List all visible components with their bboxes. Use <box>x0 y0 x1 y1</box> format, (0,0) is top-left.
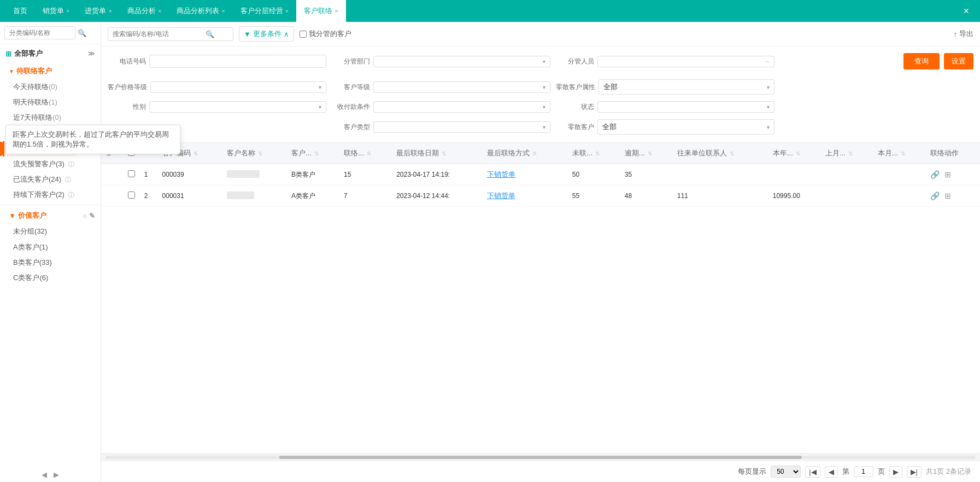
customer-type-select[interactable]: ▾ <box>373 121 550 133</box>
row1-overdue: 35 <box>620 164 673 185</box>
sort-contact-icon[interactable]: ⇅ <box>367 150 371 156</box>
row1-checkbox[interactable] <box>128 170 135 177</box>
sidebar-item-a-class[interactable]: A类客户(1) <box>0 240 101 255</box>
sidebar-item-declining[interactable]: 持续下滑客户(2) ⓘ <box>0 187 101 202</box>
prev-page-button[interactable]: ◀ <box>825 466 838 478</box>
sidebar-item-b-class[interactable]: B类客户(33) <box>0 255 101 270</box>
row2-action: 🔗 ⊞ <box>926 185 980 207</box>
sort-unreached-icon[interactable]: ⇅ <box>595 150 600 156</box>
sidebar-search-input[interactable] <box>4 26 75 39</box>
row2-checkbox[interactable] <box>128 191 135 199</box>
sidebar-prev-btn[interactable]: ◀ <box>38 469 50 480</box>
filter-icon: ▼ <box>244 30 251 38</box>
tab-analysis[interactable]: 商品分析 × <box>120 0 169 22</box>
filter-dept-field: 分管部门 ▾ <box>332 56 550 67</box>
tab-purchase-close[interactable]: × <box>108 8 112 14</box>
sidebar-item-tomorrow[interactable]: 明天待联络(1) <box>0 95 101 110</box>
filter-customer-level-field: 客户等级 ▾ <box>332 82 550 93</box>
first-page-button[interactable]: |◀ <box>805 466 820 478</box>
person-select[interactable]: ··· <box>597 56 774 67</box>
tooltip-box: 距客户上次交易时长，超过了此客户的平均交易周期的1.5倍，则视为异常。 <box>5 125 101 154</box>
horizontal-scrollbar[interactable] <box>101 453 980 461</box>
tab-customer-segment-close[interactable]: × <box>285 8 289 14</box>
payment-select[interactable]: ▾ <box>373 101 550 113</box>
next-page-button[interactable]: ▶ <box>889 466 902 478</box>
value-group-settings-icon[interactable]: ✎ <box>89 212 95 220</box>
sidebar-search-icon[interactable]: 🔍 <box>78 29 86 37</box>
my-customer-checkbox[interactable] <box>300 31 307 38</box>
sort-year-icon[interactable]: ⇅ <box>796 150 800 156</box>
filter-search-input[interactable] <box>113 30 206 38</box>
gender-select[interactable]: ▾ <box>149 101 326 113</box>
sidebar-item-7days[interactable]: 近7天待联络(0) <box>0 110 101 125</box>
settings-button[interactable]: 设置 <box>944 53 973 69</box>
collapse-button[interactable]: ≫ <box>88 50 95 57</box>
tab-analysis-close[interactable]: × <box>158 8 161 14</box>
filter-gender-field: 性别 ▾ <box>108 101 326 113</box>
tab-customer-contact-close[interactable]: × <box>335 8 338 14</box>
value-group-title[interactable]: ▼ 价值客户 ○ ✎ <box>0 207 101 224</box>
export-label: 导出 <box>959 29 973 39</box>
value-group-label: 价值客户 <box>18 211 46 220</box>
page-number-input[interactable] <box>854 466 873 477</box>
chevron-down-icon: ∧ <box>284 30 289 38</box>
sort-code-icon[interactable]: ⇅ <box>193 150 198 156</box>
retail-attr-select[interactable]: 全部 ▾ <box>598 79 774 95</box>
value-group-edit-icon[interactable]: ○ <box>83 212 87 220</box>
tab-customer-contact[interactable]: 客户联络 × <box>296 0 345 22</box>
sidebar-item-c-class[interactable]: C类客户(6) <box>0 270 101 286</box>
filter-search-box: 🔍 <box>108 27 233 41</box>
last-page-button[interactable]: ▶| <box>907 466 922 478</box>
tab-home-label: 首页 <box>13 6 27 16</box>
row1-more-icon[interactable]: ⊞ <box>944 170 951 179</box>
all-customers-title[interactable]: ⊞ 全部客户 ≫ <box>0 44 101 63</box>
row1-method-link[interactable]: 下销货单 <box>487 170 515 178</box>
per-page-select[interactable]: 50 20 100 <box>771 466 801 478</box>
row2-method-link[interactable]: 下销货单 <box>487 191 515 200</box>
price-level-select[interactable]: ▾ <box>150 82 326 93</box>
page-label: 第 <box>842 467 849 477</box>
tab-home[interactable]: 首页 <box>5 0 35 22</box>
dept-label: 分管部门 <box>332 57 370 66</box>
app-close-button[interactable]: × <box>958 5 975 17</box>
filter-rows: 电话号码 分管部门 ▾ 分管人员 ··· <box>101 47 980 143</box>
tab-customer-segment[interactable]: 客户分层经营 × <box>233 0 296 22</box>
row2-link-icon[interactable]: 🔗 <box>930 191 940 200</box>
customer-level-select[interactable]: ▾ <box>373 82 550 93</box>
retail-customer-select[interactable]: 全部 ▾ <box>597 119 774 135</box>
th-last-contact-date: 最后联络日期 ⇅ <box>392 143 483 164</box>
tab-sales[interactable]: 销货单 × <box>35 0 77 22</box>
sort-last-month-icon[interactable]: ⇅ <box>848 150 853 156</box>
more-conditions-button[interactable]: ▼ 更多条件 ∧ <box>239 26 294 42</box>
tab-analysis-list-close[interactable]: × <box>221 8 225 14</box>
sidebar-item-lost[interactable]: 已流失客户(24) ⓘ <box>0 172 101 187</box>
sort-date-icon[interactable]: ⇅ <box>442 150 446 156</box>
tab-analysis-list[interactable]: 商品分析列表 × <box>169 0 232 22</box>
row1-link-icon[interactable]: 🔗 <box>930 170 940 179</box>
tab-sales-close[interactable]: × <box>66 8 69 14</box>
filter-search-icon[interactable]: 🔍 <box>206 30 214 38</box>
row1-name <box>222 164 287 185</box>
sort-this-month-icon[interactable]: ⇅ <box>901 150 905 156</box>
sort-name-icon[interactable]: ⇅ <box>258 150 262 156</box>
export-button[interactable]: ↑ 导出 <box>954 29 974 39</box>
sort-method-icon[interactable]: ⇅ <box>532 150 537 156</box>
row2-unreached: 55 <box>568 185 620 207</box>
phone-input[interactable] <box>149 55 326 68</box>
sidebar-next-btn[interactable]: ▶ <box>50 469 62 480</box>
sidebar-item-lost-preview[interactable]: 流失预警客户(3) ⓘ <box>0 156 101 172</box>
sort-overdue-icon[interactable]: ⇅ <box>648 150 652 156</box>
filter-row-4: ··· 客户类型 ▾ 零散客户 全部 ▾ <box>108 116 973 138</box>
dept-select[interactable]: ▾ <box>373 56 550 67</box>
sort-unit-icon[interactable]: ⇅ <box>730 150 734 156</box>
query-button[interactable]: 查询 <box>903 53 940 69</box>
pending-group-title[interactable]: ▼ 待联络客户 <box>0 63 101 79</box>
scrollbar-thumb[interactable] <box>279 456 801 459</box>
row2-more-icon[interactable]: ⊞ <box>944 191 951 200</box>
row1-contact: 15 <box>339 164 392 185</box>
tab-purchase[interactable]: 进货单 × <box>77 0 119 22</box>
status-select[interactable]: ▾ <box>597 101 774 113</box>
sidebar-item-ungroup[interactable]: 未分组(32) <box>0 224 101 239</box>
sort-category-icon[interactable]: ⇅ <box>314 150 319 156</box>
sidebar-item-today[interactable]: 今天待联络(0) <box>0 79 101 95</box>
